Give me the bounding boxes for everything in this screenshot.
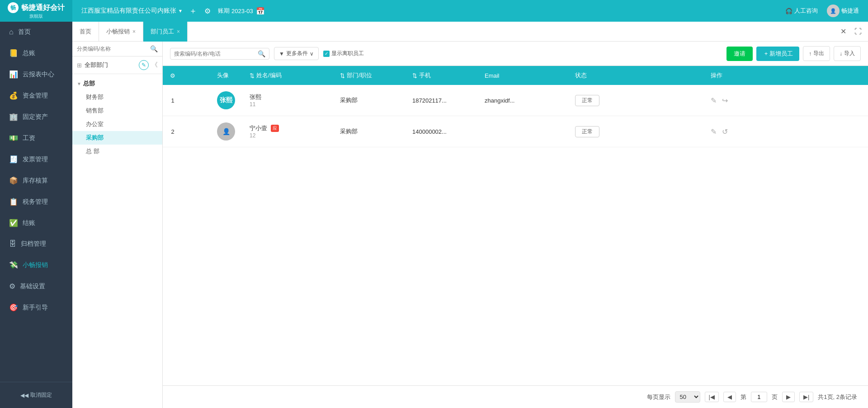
total-info: 共1页, 2条记录 bbox=[818, 393, 857, 401]
top-header: 畅 畅捷通好会计 旗舰版 江西服宝精品有限责任公司内账张 ▾ ＋ ⚙ 账期 20… bbox=[0, 0, 868, 22]
export-button[interactable]: ↑ 导出 bbox=[803, 46, 830, 61]
col-status: 状态 bbox=[568, 66, 703, 85]
dept-node-sales[interactable]: 销售部 bbox=[72, 104, 162, 117]
per-page-label: 每页显示 bbox=[647, 393, 670, 401]
reports-icon: 📊 bbox=[9, 70, 18, 79]
row2-actions: ✎ ↺ bbox=[703, 116, 868, 147]
user-name: 畅捷通 bbox=[841, 7, 859, 15]
dept-search-input[interactable] bbox=[77, 46, 147, 52]
page-prefix: 第 bbox=[741, 393, 746, 401]
unpin-label: 取消固定 bbox=[30, 391, 52, 399]
unpin-button[interactable]: ◀◀ 取消固定 bbox=[0, 387, 72, 403]
employee-search-icon[interactable]: 🔍 bbox=[258, 50, 265, 57]
filter-button[interactable]: ▼ 更多条件 ∨ bbox=[274, 47, 319, 60]
row1-logout-button[interactable]: ↪ bbox=[722, 96, 728, 105]
sidebar-item-checkout[interactable]: ✅ 结账 bbox=[0, 212, 72, 234]
import-button[interactable]: ↓ 导入 bbox=[834, 46, 861, 61]
row1-email: zhangxidf... bbox=[477, 85, 568, 116]
first-page-button[interactable]: |◀ bbox=[705, 392, 719, 402]
user-area[interactable]: 👤 畅捷通 bbox=[827, 5, 859, 17]
sidebar-item-ledger[interactable]: 📒 总账 bbox=[0, 42, 72, 64]
employee-search-input[interactable] bbox=[174, 51, 256, 57]
sidebar-item-inventory[interactable]: 📦 库存核算 bbox=[0, 170, 72, 191]
show-resigned-label[interactable]: ✓ 显示离职员工 bbox=[323, 50, 364, 57]
sidebar-item-tax[interactable]: 📋 税务管理 bbox=[0, 191, 72, 212]
sidebar-item-archive[interactable]: 🗄 归档管理 bbox=[0, 234, 72, 254]
user-avatar: 👤 bbox=[827, 5, 840, 17]
avatar-zhang: 张熙 bbox=[217, 91, 235, 109]
sidebar-item-home[interactable]: ⌂ 首页 bbox=[0, 22, 72, 42]
tab-expand-button[interactable]: ⛶ bbox=[853, 26, 863, 38]
page-input[interactable] bbox=[751, 392, 767, 402]
import-icon: ↓ bbox=[840, 51, 842, 57]
support-button[interactable]: 🎧 人工咨询 bbox=[785, 7, 818, 15]
dept-node-office[interactable]: 办公室 bbox=[72, 117, 162, 131]
status-badge-1: 正常 bbox=[575, 95, 599, 106]
dept-search-icon[interactable]: 🔍 bbox=[150, 45, 158, 52]
invite-button[interactable]: 邀请 bbox=[726, 47, 753, 61]
filter-chevron-icon: ∨ bbox=[310, 51, 314, 57]
row2-edit-button[interactable]: ✎ bbox=[711, 127, 717, 136]
filter-icon: ▼ bbox=[279, 51, 284, 57]
tab-expense[interactable]: 小畅报销 × bbox=[99, 22, 143, 42]
tab-expense-close[interactable]: × bbox=[132, 28, 136, 35]
col-dept-position[interactable]: ⇅ 部门/职位 bbox=[333, 66, 405, 85]
tax-icon: 📋 bbox=[9, 197, 18, 206]
sidebar-label-funds: 资金管理 bbox=[23, 92, 48, 100]
tab-employee-label: 部门员工 bbox=[151, 28, 174, 36]
per-page-select[interactable]: 50 20 100 bbox=[675, 391, 700, 403]
tab-employee-close[interactable]: × bbox=[177, 28, 180, 35]
tab-home[interactable]: 首页 bbox=[72, 22, 99, 42]
add-employee-button[interactable]: + 新增员工 bbox=[756, 47, 799, 61]
sidebar-item-funds[interactable]: 💰 资金管理 bbox=[0, 85, 72, 106]
sidebar-item-salary[interactable]: 💵 工资 bbox=[0, 127, 72, 149]
toolbar-right: 邀请 + 新增员工 ↑ 导出 ↓ 导入 bbox=[726, 46, 861, 61]
sidebar-item-invoice[interactable]: 🧾 发票管理 bbox=[0, 149, 72, 170]
row1-actions: ✎ ↪ bbox=[703, 85, 868, 116]
dept-node-purchase[interactable]: 采购部 bbox=[72, 131, 162, 145]
row2-tag: 应 bbox=[271, 125, 279, 132]
dept-search-area: 🔍 bbox=[72, 42, 162, 56]
show-resigned-checkbox[interactable]: ✓ bbox=[323, 51, 330, 57]
dept-node-finance[interactable]: 财务部 bbox=[72, 90, 162, 104]
invoice-icon: 🧾 bbox=[9, 155, 18, 164]
sort-icon-mobile: ⇅ bbox=[412, 72, 417, 79]
table-row: 2 👤 宁小壹 应 bbox=[163, 116, 868, 147]
col-gear[interactable]: ⚙ bbox=[163, 66, 183, 85]
sidebar-item-guide[interactable]: 🎯 新手引导 bbox=[0, 297, 72, 318]
fixed-assets-icon: 🏢 bbox=[9, 113, 18, 121]
dept-edit-button[interactable]: ✎ bbox=[139, 60, 149, 70]
dept-node-hq2[interactable]: 总 部 bbox=[72, 145, 162, 158]
dept-node-hq-toggle[interactable]: ▼ 总部 bbox=[72, 77, 162, 90]
header-add-button[interactable]: ＋ bbox=[189, 5, 197, 16]
dept-collapse-button[interactable]: 《 bbox=[151, 61, 158, 69]
col-name-code-label: 姓名/编码 bbox=[256, 71, 282, 80]
show-resigned-text: 显示离职员工 bbox=[331, 50, 364, 57]
all-dept-label[interactable]: 全部部门 bbox=[85, 61, 136, 69]
col-name-code[interactable]: ⇅ 姓名/编码 bbox=[242, 66, 333, 85]
header-calendar-icon[interactable]: 📅 bbox=[256, 7, 265, 15]
tab-close-window-button[interactable]: ✕ bbox=[839, 25, 848, 38]
row1-edit-button[interactable]: ✎ bbox=[711, 96, 717, 105]
col-mobile[interactable]: ⇅ 手机 bbox=[405, 66, 477, 85]
row2-delete-button[interactable]: ↺ bbox=[722, 127, 728, 136]
header-dropdown-icon[interactable]: ▾ bbox=[179, 8, 182, 14]
tabs-right: ✕ ⛶ bbox=[839, 25, 868, 38]
sort-icon: ⇅ bbox=[250, 72, 255, 79]
sidebar-label-settings: 基础设置 bbox=[20, 282, 45, 291]
next-page-button[interactable]: ▶ bbox=[782, 392, 795, 402]
sidebar-item-reports[interactable]: 📊 云报表中心 bbox=[0, 64, 72, 85]
sidebar-item-expense[interactable]: 💸 小畅报销 bbox=[0, 254, 72, 276]
tab-employee[interactable]: 部门员工 × bbox=[143, 22, 188, 42]
sidebar: ⌂ 首页 📒 总账 📊 云报表中心 💰 资金管理 🏢 固定资产 💵 工资 🧾 发… bbox=[0, 22, 72, 408]
header-company[interactable]: 江西服宝精品有限责任公司内账张 bbox=[81, 7, 176, 15]
prev-page-button[interactable]: ◀ bbox=[723, 392, 736, 402]
header-settings-button[interactable]: ⚙ bbox=[204, 7, 211, 15]
last-page-button[interactable]: ▶| bbox=[799, 392, 813, 402]
row1-status: 正常 bbox=[568, 85, 703, 116]
row2-code: 12 bbox=[250, 132, 255, 139]
sidebar-label-checkout: 结账 bbox=[23, 219, 35, 227]
sidebar-label-expense: 小畅报销 bbox=[23, 261, 48, 269]
sidebar-item-fixed-assets[interactable]: 🏢 固定资产 bbox=[0, 106, 72, 127]
sidebar-item-settings[interactable]: ⚙ 基础设置 bbox=[0, 276, 72, 297]
